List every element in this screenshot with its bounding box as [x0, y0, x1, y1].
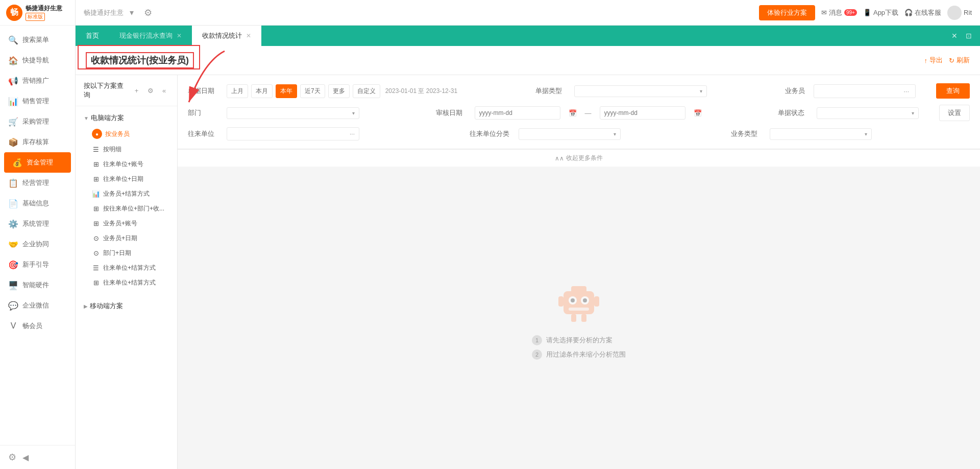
window-maximize-btn[interactable]: ⊡	[964, 31, 974, 41]
main-area: 畅捷通好生意 ▾ ⚙ 体验行业方案 ✉ 消息 99+ 📱 App下载 🎧 在线客…	[76, 0, 980, 469]
sidebar-item-wechat[interactable]: 💬 企业微信	[0, 295, 75, 316]
calendar-start-icon[interactable]: 📅	[569, 109, 577, 117]
date-range-text: 2023-01-01 至 2023-12-31	[385, 87, 457, 96]
tree-item-by-staff-label: 按业务员	[105, 130, 130, 138]
tree-item-dept-date[interactable]: ⊙ 部门+日期	[76, 246, 177, 261]
topbar-settings-icon[interactable]: ⚙	[144, 7, 152, 18]
app-download-action[interactable]: 📱 App下载	[863, 8, 898, 17]
tree-item-by-staff[interactable]: ● 按业务员	[76, 126, 177, 142]
tab-home[interactable]: 首页	[76, 26, 109, 46]
date-btn-last-7[interactable]: 近7天	[300, 84, 325, 98]
tab-receipt-close-icon[interactable]: ✕	[246, 32, 251, 39]
biz-type-select[interactable]: ▾	[770, 128, 872, 140]
sidebar-item-system[interactable]: ⚙️ 系统管理	[0, 214, 75, 234]
date-btn-last-month[interactable]: 上月	[227, 84, 248, 98]
tree-item-unit-settlement2[interactable]: ⊞ 往来单位+结算方式	[76, 275, 177, 290]
date-btn-custom[interactable]: 自定义	[353, 84, 380, 98]
window-close-btn[interactable]: ✕	[949, 31, 960, 41]
trial-button[interactable]: 体验行业方案	[759, 5, 815, 20]
tree-item-staff-settlement[interactable]: 📊 业务员+结算方式	[76, 186, 177, 201]
audit-date-end-input[interactable]	[600, 106, 685, 120]
download-icon: 📱	[863, 9, 871, 16]
audit-date-start-input[interactable]	[475, 106, 560, 120]
sidebar-item-purchase[interactable]: 🛒 采购管理	[0, 111, 75, 132]
sidebar-item-finance[interactable]: 💰 资金管理	[4, 152, 71, 173]
query-button[interactable]: 查询	[936, 83, 970, 99]
tree-desktop-header[interactable]: ▼ 电脑端方案	[76, 110, 177, 126]
message-action[interactable]: ✉ 消息 99+	[821, 8, 857, 17]
sidebar-item-member[interactable]: V 畅会员	[0, 316, 75, 336]
tree-item-unit-settlement1[interactable]: ☰ 往来单位+结算方式	[76, 261, 177, 275]
sidebar-item-enterprise[interactable]: 🤝 企业协同	[0, 234, 75, 254]
sidebar-item-hardware[interactable]: 🖥️ 智能硬件	[0, 275, 75, 295]
footer-collapse-icon[interactable]: ◀	[22, 453, 29, 462]
sidebar-item-basic[interactable]: 📄 基础信息	[0, 193, 75, 214]
sidebar-item-marketing[interactable]: 📢 营销推广	[0, 71, 75, 91]
sidebar-item-inventory[interactable]: 📦 库存核算	[0, 132, 75, 152]
breadcrumb-text: 畅捷通好生意	[84, 8, 124, 17]
tree-section-desktop: ▼ 电脑端方案 ● 按业务员 ☰ 按明细 ⊞ 往来单位+账号 ⊞ 往来单位+	[76, 106, 177, 294]
collapse-icon: «	[162, 87, 166, 95]
partner-select[interactable]: ···	[227, 127, 359, 140]
panel-settings-btn[interactable]: ⚙	[145, 85, 155, 96]
tab-receipt[interactable]: 收款情况统计 ✕	[192, 26, 261, 46]
doc-status-select[interactable]: ▾	[817, 107, 919, 119]
user-area[interactable]: Rit	[947, 6, 972, 20]
partner-category-select[interactable]: ▾	[519, 128, 621, 140]
unit-dept-receipt-icon: ⊞	[92, 205, 100, 213]
doc-type-select[interactable]: ▾	[574, 85, 707, 97]
sidebar-item-sales[interactable]: 📊 销售管理	[0, 91, 75, 111]
message-label: 消息	[829, 8, 842, 17]
tree-item-unit-date-label: 往来单位+日期	[103, 175, 143, 183]
marketing-nav-icon: 📢	[8, 76, 18, 86]
partner-more-icon[interactable]: ···	[350, 130, 355, 137]
export-icon: ↑	[924, 57, 928, 64]
tree-mobile-header[interactable]: ▶ 移动端方案	[76, 298, 177, 314]
filter-row-3: 往来单位 ··· 往来单位分类 ▾ 业务类型 ▾	[188, 127, 970, 140]
partner-category-dropdown-icon: ▾	[614, 131, 616, 137]
sidebar-item-quicknav[interactable]: 🏠 快捷导航	[0, 50, 75, 71]
window-buttons: ✕ ⊡	[949, 31, 980, 41]
tab-bank[interactable]: 现金银行流水查询 ✕	[109, 26, 192, 46]
breadcrumb-dropdown-icon[interactable]: ▾	[130, 8, 134, 17]
svg-rect-8	[594, 296, 599, 307]
footer-settings-icon[interactable]: ⚙	[8, 452, 16, 463]
sidebar-item-basic-label: 基础信息	[22, 199, 49, 208]
calendar-end-icon[interactable]: 📅	[694, 109, 702, 117]
online-service-action[interactable]: 🎧 在线客服	[904, 8, 941, 17]
tab-bank-close-icon[interactable]: ✕	[177, 32, 182, 39]
collapse-bar[interactable]: ∧∧ 收起更多条件	[178, 149, 980, 167]
tree-item-unit-account[interactable]: ⊞ 往来单位+账号	[76, 157, 177, 172]
tree-item-staff-account[interactable]: ⊞ 业务员+账号	[76, 216, 177, 231]
doc-type-dropdown-icon: ▾	[700, 88, 702, 94]
logo-area: 畅 畅捷通好生意 标准版	[0, 0, 75, 26]
tree-item-staff-date[interactable]: ⊙ 业务员+日期	[76, 231, 177, 246]
date-btn-this-month[interactable]: 本月	[251, 84, 273, 98]
settings-button[interactable]: 设置	[939, 105, 970, 121]
sidebar-item-guide[interactable]: 🎯 新手引导	[0, 254, 75, 275]
refresh-button[interactable]: ↻ 刷新	[949, 56, 970, 65]
right-panel: 单据日期 上月 本月 本年 近7天 更多 自定义 2023-01-01 至 20…	[178, 75, 980, 469]
panel-add-btn[interactable]: +	[132, 85, 141, 96]
export-button[interactable]: ↑ 导出	[924, 56, 943, 65]
partner-filter-label: 往来单位	[188, 129, 218, 138]
date-btn-this-year[interactable]: 本年	[276, 84, 297, 98]
logo-icon: 畅	[6, 5, 22, 21]
basic-nav-icon: 📄	[8, 198, 18, 208]
staff-filter-label: 业务员	[785, 86, 805, 96]
tree-item-by-detail[interactable]: ☰ 按明细	[76, 142, 177, 157]
sidebar-item-operations[interactable]: 📋 经营管理	[0, 173, 75, 193]
sidebar-item-search[interactable]: 🔍 搜索菜单	[0, 30, 75, 50]
sidebar-item-inventory-label: 库存核算	[22, 137, 49, 147]
staff-select[interactable]: ···	[814, 84, 916, 98]
wechat-nav-icon: 💬	[8, 300, 18, 311]
sidebar: 畅 畅捷通好生意 标准版 🔍 搜索菜单 🏠 快捷导航 📢 营销推广 📊 销售管理…	[0, 0, 76, 469]
tree-item-unit-date[interactable]: ⊞ 往来单位+日期	[76, 172, 177, 186]
hardware-nav-icon: 🖥️	[8, 280, 18, 290]
date-btn-more[interactable]: 更多	[328, 84, 350, 98]
dept-select[interactable]: ▾	[227, 107, 359, 119]
sidebar-item-finance-label: 资金管理	[27, 158, 53, 167]
tree-item-unit-dept-receipt[interactable]: ⊞ 按往来单位+部门+收...	[76, 201, 177, 216]
panel-collapse-btn[interactable]: «	[159, 85, 169, 96]
export-label: 导出	[929, 56, 943, 65]
